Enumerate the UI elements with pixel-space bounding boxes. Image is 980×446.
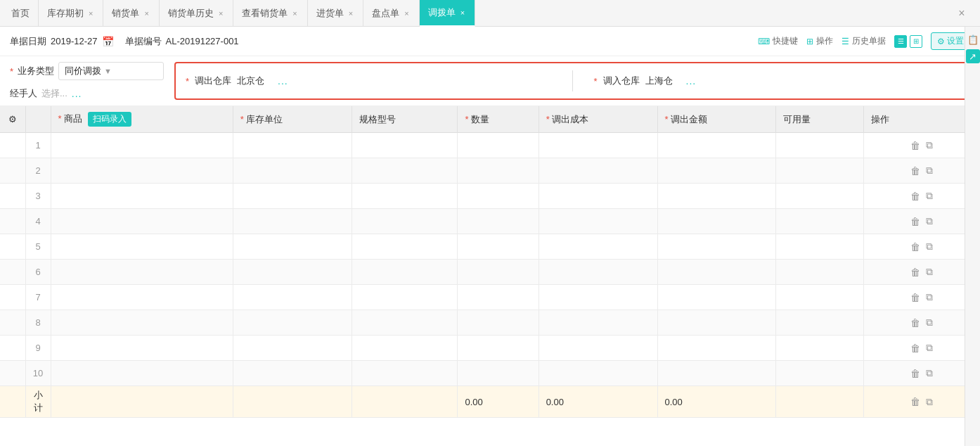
note-icon[interactable]: 📋 (966, 32, 980, 46)
copy-icon[interactable]: ⧉ (926, 215, 933, 227)
tab-sales-order[interactable]: 销货单 × (103, 0, 159, 27)
toolbar-right: ⌨ 快捷键 ⊞ 操作 ☰ 历史单据 ☰ ⊞ ⚙ 设置 (758, 32, 970, 50)
operations-label: 操作 (816, 35, 833, 47)
row-amount (657, 361, 776, 386)
row-qty (458, 336, 539, 361)
expand-icon[interactable]: ↗ (966, 49, 980, 63)
delete-icon[interactable]: 🗑 (910, 368, 920, 379)
row-product[interactable] (51, 285, 233, 310)
copy-icon[interactable]: ⧉ (926, 396, 933, 408)
tab-view-sales[interactable]: 查看销货单 × (233, 0, 307, 27)
row-product[interactable] (51, 234, 233, 260)
delete-icon[interactable]: 🗑 (910, 396, 920, 407)
row-spec (352, 361, 458, 386)
col-gear: ⚙ (0, 106, 25, 133)
table-row: 3 🗑 ⧉ (0, 184, 980, 209)
row-amount (657, 209, 776, 234)
delete-icon[interactable]: 🗑 (910, 343, 920, 354)
tab-inventory-init-close[interactable]: × (87, 8, 94, 18)
delete-icon[interactable]: 🗑 (910, 165, 920, 177)
copy-icon[interactable]: ⧉ (926, 367, 933, 379)
copy-icon[interactable]: ⧉ (926, 291, 933, 303)
layout-list-icon[interactable]: ☰ (894, 35, 907, 48)
row-product[interactable] (51, 310, 233, 336)
col-product: * 商品 扫码录入 (51, 106, 233, 133)
tab-home[interactable]: 首页 (3, 0, 39, 27)
row-spec (352, 184, 458, 209)
tab-sales-history-close[interactable]: × (217, 8, 224, 18)
row-product[interactable] (51, 133, 233, 158)
operations-button[interactable]: ⊞ 操作 (806, 35, 833, 47)
delete-icon[interactable]: 🗑 (910, 241, 920, 253)
tab-sales-order-close[interactable]: × (143, 8, 150, 18)
row-amount (657, 336, 776, 361)
tab-purchase[interactable]: 进货单 × (308, 0, 363, 27)
row-product[interactable] (51, 158, 233, 184)
row-unit (233, 234, 352, 260)
tab-view-sales-close[interactable]: × (291, 8, 298, 18)
tab-transfer[interactable]: 调拨单 × (420, 0, 475, 27)
row-seq: 8 (25, 310, 51, 336)
row-gear (0, 158, 25, 184)
row-product[interactable] (51, 260, 233, 285)
date-label: 单据日期 (10, 35, 46, 48)
business-type-value: 同价调拨 (65, 65, 101, 77)
col-product-label: 商品 (64, 113, 82, 124)
delete-icon[interactable]: 🗑 (910, 292, 920, 303)
tab-bar-end: × (952, 4, 977, 23)
delete-icon[interactable]: 🗑 (910, 191, 920, 202)
close-window-button[interactable]: × (952, 4, 972, 23)
row-product[interactable] (51, 209, 233, 234)
row-ops: 🗑 ⧉ (863, 310, 980, 336)
history-button[interactable]: ☰ 历史单据 (842, 35, 886, 47)
copy-icon[interactable]: ⧉ (926, 266, 933, 278)
business-type-select[interactable]: 同价调拨 ▼ (58, 62, 164, 80)
copy-icon[interactable]: ⧉ (926, 139, 933, 151)
table-row: 小计 0.00 0.00 0.00 🗑 ⧉ (0, 386, 980, 418)
row-ops: 🗑 ⧉ (863, 285, 980, 310)
copy-icon[interactable]: ⧉ (926, 342, 933, 354)
copy-icon[interactable]: ⧉ (926, 317, 933, 329)
person-more-button[interactable]: ... (72, 88, 82, 99)
row-spec (352, 209, 458, 234)
tab-stocktake-close[interactable]: × (403, 8, 410, 18)
col-avail: 可用量 (776, 106, 863, 133)
person-select[interactable]: 选择... (41, 87, 67, 100)
tab-sales-history[interactable]: 销货单历史 × (160, 0, 233, 27)
row-spec (352, 158, 458, 184)
row-cost (539, 234, 657, 260)
out-warehouse-label: 调出仓库 (195, 75, 231, 87)
row-seq: 9 (25, 336, 51, 361)
row-gear (0, 184, 25, 209)
delete-icon[interactable]: 🗑 (910, 216, 920, 227)
in-warehouse-more-button[interactable]: ... (686, 75, 697, 87)
scan-button[interactable]: 扫码录入 (88, 112, 131, 127)
row-avail (776, 209, 863, 234)
row-spec (352, 336, 458, 361)
form-section: * 业务类型 同价调拨 ▼ 经手人 选择... ... * 调出仓库 北京仓 .… (0, 56, 980, 106)
row-product[interactable] (51, 336, 233, 361)
row-product[interactable] (51, 184, 233, 209)
out-warehouse-field: * 调出仓库 北京仓 ... (186, 75, 551, 87)
row-product[interactable] (51, 361, 233, 386)
table-row: 5 🗑 ⧉ (0, 234, 980, 260)
delete-icon[interactable]: 🗑 (910, 267, 920, 278)
out-warehouse-more-button[interactable]: ... (278, 75, 288, 87)
tab-inventory-init[interactable]: 库存期初 × (39, 0, 103, 27)
copy-icon[interactable]: ⧉ (926, 190, 933, 202)
row-cost (539, 336, 657, 361)
copy-icon[interactable]: ⧉ (926, 241, 933, 253)
copy-icon[interactable]: ⧉ (926, 165, 933, 177)
tab-purchase-close[interactable]: × (347, 8, 354, 18)
warehouse-section: * 调出仓库 北京仓 ... * 调入仓库 上海仓 ... (174, 62, 970, 100)
tab-transfer-close[interactable]: × (459, 8, 466, 18)
layout-grid-icon[interactable]: ⊞ (910, 35, 922, 48)
delete-icon[interactable]: 🗑 (910, 140, 920, 151)
delete-icon[interactable]: 🗑 (910, 317, 920, 329)
shortcuts-button[interactable]: ⌨ 快捷键 (758, 35, 798, 47)
row-seq: 1 (25, 133, 51, 158)
row-spec (352, 234, 458, 260)
calendar-icon[interactable]: 📅 (102, 36, 114, 47)
tab-stocktake[interactable]: 盘点单 × (363, 0, 419, 27)
row-cost (539, 310, 657, 336)
